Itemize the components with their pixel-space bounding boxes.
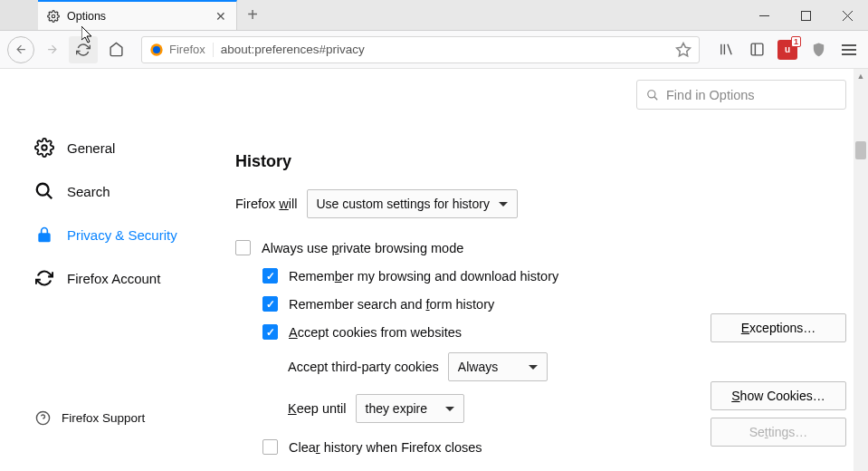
firefox-icon <box>149 43 164 57</box>
accept-cookies-label: Accept cookies from websites <box>289 325 462 340</box>
sidebar-item-account[interactable]: Firefox Account <box>34 261 224 295</box>
scrollbar-thumb[interactable] <box>855 141 866 159</box>
section-heading-history: History <box>235 152 839 171</box>
svg-point-6 <box>153 46 160 53</box>
preferences-sidebar: General Search Privacy & Security Firefo… <box>0 69 224 471</box>
svg-point-18 <box>648 90 655 97</box>
url-text: about:preferences#privacy <box>221 43 668 56</box>
tab-bar: Options ✕ + <box>0 0 868 31</box>
sidebar-item-label: Privacy & Security <box>67 227 177 243</box>
sidebar-item-general[interactable]: General <box>34 130 224 165</box>
svg-rect-2 <box>801 11 810 20</box>
help-icon <box>34 409 51 426</box>
gear-icon <box>34 138 54 158</box>
vertical-scrollbar[interactable]: ▲ <box>854 69 868 471</box>
new-tab-button[interactable]: + <box>237 0 268 30</box>
toolbar-right-icons: u1 <box>714 38 861 62</box>
sidebar-item-privacy[interactable]: Privacy & Security <box>34 217 224 252</box>
ublock-badge: 1 <box>791 36 801 47</box>
back-button[interactable] <box>7 36 34 63</box>
third-party-row: Accept third-party cookies Always <box>235 352 839 381</box>
sidebar-item-label: Firefox Support <box>62 411 145 425</box>
scrollbar-up-arrow[interactable]: ▲ <box>854 69 868 83</box>
home-button[interactable] <box>101 36 130 63</box>
sidebar-item-support[interactable]: Firefox Support <box>34 400 145 435</box>
sidebar-item-label: Search <box>67 184 110 199</box>
keep-until-select[interactable]: they expire <box>356 394 464 423</box>
select-value: they expire <box>366 401 427 416</box>
firefox-will-label: Firefox will <box>235 197 298 211</box>
svg-line-19 <box>654 96 658 100</box>
svg-line-15 <box>47 194 52 199</box>
sidebar-toggle-icon[interactable] <box>745 38 768 62</box>
reload-button[interactable] <box>69 36 98 63</box>
gear-icon <box>47 10 60 23</box>
menu-button[interactable] <box>837 38 861 62</box>
select-value: Use custom settings for history <box>317 197 490 211</box>
third-party-select[interactable]: Always <box>448 352 548 381</box>
sidebar-item-label: General <box>67 140 115 156</box>
keep-until-label: Keep until <box>288 401 347 416</box>
forward-button[interactable] <box>38 36 65 63</box>
search-icon <box>34 181 54 201</box>
minimize-button[interactable] <box>743 0 785 31</box>
clear-on-close-checkbox[interactable] <box>262 439 278 455</box>
find-in-options-input[interactable]: Find in Options <box>636 80 846 110</box>
search-placeholder: Find in Options <box>666 88 755 102</box>
sync-icon <box>34 268 54 288</box>
sidebar-item-search[interactable]: Search <box>34 174 224 208</box>
settings-button[interactable]: Settings… <box>711 418 846 447</box>
firefox-brand-text: Firefox <box>169 43 205 56</box>
maximize-button[interactable] <box>785 0 826 31</box>
bookmark-star-icon[interactable] <box>675 42 692 58</box>
svg-marker-7 <box>677 43 691 55</box>
accept-cookies-checkbox[interactable] <box>262 324 278 340</box>
content-area: General Search Privacy & Security Firefo… <box>0 69 868 471</box>
lock-icon <box>34 225 54 245</box>
tab-bar-spacer <box>0 0 38 30</box>
firefox-will-row: Firefox will Use custom settings for his… <box>235 189 839 218</box>
window-controls <box>743 0 868 31</box>
remember-search-row: Remember search and form history <box>235 296 839 312</box>
firefox-identity: Firefox <box>149 43 214 57</box>
ublock-icon[interactable]: u1 <box>776 38 799 62</box>
library-icon[interactable] <box>714 38 738 62</box>
history-mode-select[interactable]: Use custom settings for history <box>307 189 518 218</box>
shield-extension-icon[interactable] <box>806 38 830 62</box>
navigation-toolbar: Firefox about:preferences#privacy u1 <box>0 31 868 69</box>
exceptions-button[interactable]: Exceptions… <box>711 313 846 342</box>
preferences-main: Find in Options History Firefox will Use… <box>224 69 868 471</box>
tab-title: Options <box>67 10 207 23</box>
close-tab-icon[interactable]: ✕ <box>215 10 227 23</box>
svg-rect-11 <box>751 43 763 55</box>
svg-point-0 <box>52 14 55 18</box>
url-bar[interactable]: Firefox about:preferences#privacy <box>141 36 700 63</box>
close-window-button[interactable] <box>826 0 868 31</box>
svg-line-10 <box>727 44 730 54</box>
select-value: Always <box>458 360 498 374</box>
remember-search-label: Remember search and form history <box>289 297 494 312</box>
always-private-row: Always use private browsing mode <box>235 240 839 255</box>
show-cookies-button[interactable]: Show Cookies… <box>711 381 846 410</box>
third-party-label: Accept third-party cookies <box>288 360 439 374</box>
search-icon <box>646 89 659 101</box>
svg-point-13 <box>42 145 47 150</box>
remember-browsing-checkbox[interactable] <box>262 268 278 284</box>
clear-on-close-label: Clear history when Firefox closes <box>289 440 482 455</box>
always-private-checkbox[interactable] <box>235 240 251 255</box>
always-private-label: Always use private browsing mode <box>262 241 463 255</box>
remember-browsing-row: Remember my browsing and download histor… <box>235 268 839 284</box>
browser-tab-options[interactable]: Options ✕ <box>38 0 237 30</box>
remember-search-checkbox[interactable] <box>262 296 278 312</box>
sidebar-item-label: Firefox Account <box>67 271 160 286</box>
remember-browsing-label: Remember my browsing and download histor… <box>289 269 558 284</box>
svg-point-14 <box>37 184 49 196</box>
